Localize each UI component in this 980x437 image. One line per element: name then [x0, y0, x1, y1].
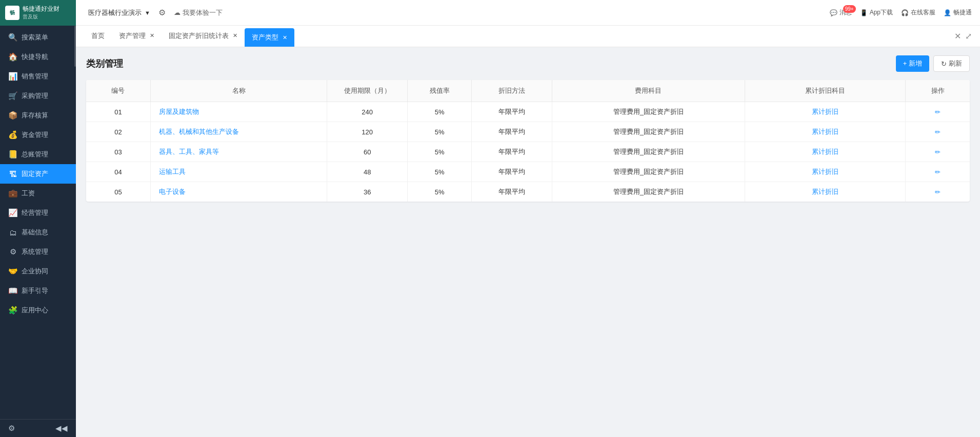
col-header-accum: 累计折旧科目: [745, 80, 905, 102]
chevron-down-icon: ▼: [145, 10, 150, 16]
cell-residual: 5%: [408, 102, 472, 122]
sidebar-item-ledger[interactable]: 📒 总账管理: [0, 145, 76, 164]
tab-depreciation[interactable]: 固定资产折旧统计表 ✕: [162, 26, 245, 47]
sidebar-item-search[interactable]: 🔍 搜索菜单: [0, 28, 76, 47]
avatar-icon: 👤: [944, 9, 951, 16]
sidebar-item-label: 采购管理: [22, 91, 48, 101]
sidebar-nav: 🔍 搜索菜单 🏠 快捷导航 📊 销售管理 🛒 采购管理 📦 库存核算 💰 资金管…: [0, 26, 76, 419]
cell-action[interactable]: ✏: [906, 182, 970, 202]
sidebar-item-label: 资金管理: [22, 130, 48, 140]
tab-asset-mgmt[interactable]: 资产管理 ✕: [112, 26, 162, 47]
settings-footer-icon[interactable]: ⚙: [8, 424, 15, 433]
sidebar-item-label: 系统管理: [22, 247, 48, 256]
sidebar: 畅 畅捷通好业财 普及版 🔍 搜索菜单 🏠 快捷导航 📊 销售管理 🛒 采购管理…: [0, 0, 76, 437]
refresh-icon: ↻: [941, 60, 947, 68]
col-header-no: 编号: [86, 80, 150, 102]
col-header-period: 使用期限（月）: [327, 80, 408, 102]
topbar-right: 💬 消息 99 📱 App下载 🎧 在线客服 👤 畅捷通: [830, 8, 972, 17]
building-icon: 🏗: [8, 170, 17, 178]
tab-asset-mgmt-close[interactable]: ✕: [150, 32, 154, 39]
logo-icon: 畅: [5, 6, 19, 20]
sidebar-footer: ⚙ ◀◀: [0, 419, 76, 437]
cell-name[interactable]: 房屋及建筑物: [150, 102, 327, 122]
sidebar-item-system[interactable]: ⚙ 系统管理: [0, 242, 76, 262]
tab-home-label: 首页: [91, 31, 105, 41]
cell-name[interactable]: 电子设备: [150, 182, 327, 202]
user-avatar[interactable]: 👤 畅捷通: [944, 8, 972, 17]
content-area: 类别管理 + 新增 ↻ 刷新 编号 名称 使用期限（月） 残值率: [76, 47, 980, 437]
maximize-tab-icon[interactable]: ⤢: [965, 31, 972, 41]
cell-accum: 累计折旧: [745, 182, 905, 202]
app-download-button[interactable]: 📱 App下载: [860, 8, 893, 17]
cell-no: 03: [86, 142, 150, 162]
sidebar-item-fixed[interactable]: 🏗 固定资产: [0, 164, 76, 184]
tab-asset-type-close[interactable]: ✕: [283, 34, 287, 41]
tab-depreciation-close[interactable]: ✕: [233, 32, 237, 39]
phone-icon: 📱: [860, 9, 868, 16]
sidebar-item-salary[interactable]: 💼 工资: [0, 184, 76, 203]
cell-name[interactable]: 器具、工具、家具等: [150, 142, 327, 162]
cell-method: 年限平均: [472, 182, 552, 202]
table-row: 04 运输工具 48 5% 年限平均 管理费用_固定资产折旧 累计折旧 ✏: [86, 162, 970, 182]
tabbar: 首页 资产管理 ✕ 固定资产折旧统计表 ✕ 资产类型 ✕ ✕ ⤢: [76, 26, 980, 47]
cell-period: 60: [327, 142, 408, 162]
cell-no: 04: [86, 162, 150, 182]
tab-asset-type[interactable]: 资产类型 ✕: [245, 28, 294, 47]
sidebar-item-capital[interactable]: 💰 资金管理: [0, 125, 76, 145]
sidebar-item-enterprise[interactable]: 🤝 企业协同: [0, 262, 76, 281]
sidebar-item-quicknav[interactable]: 🏠 快捷导航: [0, 47, 76, 67]
chart-icon: 📊: [8, 72, 17, 81]
online-service-button[interactable]: 🎧 在线客服: [901, 8, 935, 17]
col-header-residual: 残值率: [408, 80, 472, 102]
cell-name[interactable]: 运输工具: [150, 162, 327, 182]
tabbar-actions: ✕ ⤢: [954, 31, 972, 41]
sidebar-item-label: 库存核算: [22, 111, 48, 120]
cell-period: 48: [327, 162, 408, 182]
sidebar-item-sales[interactable]: 📊 销售管理: [0, 67, 76, 86]
sidebar-item-label: 总账管理: [22, 150, 48, 159]
sidebar-item-label: 快捷导航: [22, 52, 48, 62]
sidebar-logo: 畅 畅捷通好业财 普及版: [0, 0, 76, 26]
cell-expense: 管理费用_固定资产折旧: [552, 182, 745, 202]
cell-no: 01: [86, 102, 150, 122]
asset-type-table: 编号 名称 使用期限（月） 残值率 折旧方法 费用科目 累计折旧科目 操作 01: [86, 80, 970, 202]
new-button[interactable]: + 新增: [896, 55, 929, 72]
cart-icon: 🛒: [8, 91, 17, 101]
sidebar-item-basic[interactable]: 🗂 基础信息: [0, 223, 76, 242]
page-title: 类别管理: [86, 57, 123, 70]
cell-action[interactable]: ✏: [906, 122, 970, 142]
project-selector[interactable]: 医疗器械行业演示 ▼: [84, 6, 154, 19]
cloud-icon: ☁: [174, 9, 181, 16]
cell-name[interactable]: 机器、机械和其他生产设备: [150, 122, 327, 142]
sidebar-item-apps[interactable]: 🧩 应用中心: [0, 301, 76, 320]
cell-action[interactable]: ✏: [906, 142, 970, 162]
collapse-icon[interactable]: ◀◀: [55, 424, 68, 433]
logo-text: 畅捷通好业财: [23, 5, 59, 13]
refresh-button[interactable]: ↻ 刷新: [933, 55, 970, 72]
col-header-op: 操作: [906, 80, 970, 102]
cell-method: 年限平均: [472, 162, 552, 182]
cell-action[interactable]: ✏: [906, 102, 970, 122]
cell-expense: 管理费用_固定资产折旧: [552, 142, 745, 162]
close-tab-icon[interactable]: ✕: [954, 31, 961, 41]
headset-icon: 🎧: [901, 9, 909, 16]
sidebar-item-guide[interactable]: 📖 新手引导: [0, 281, 76, 301]
search-icon: 🔍: [8, 33, 17, 42]
sidebar-item-purchase[interactable]: 🛒 采购管理: [0, 86, 76, 106]
page-header: 类别管理 + 新增 ↻ 刷新: [86, 55, 970, 72]
sidebar-item-label: 工资: [22, 189, 35, 198]
messages-button[interactable]: 💬 消息 99: [830, 8, 852, 17]
folder-icon: 🗂: [8, 228, 17, 237]
sidebar-item-operation[interactable]: 📈 经营管理: [0, 203, 76, 223]
tab-home[interactable]: 首页: [84, 26, 112, 47]
cell-accum: 累计折旧: [745, 162, 905, 182]
sidebar-item-inventory[interactable]: 📦 库存核算: [0, 106, 76, 125]
cell-action[interactable]: ✏: [906, 162, 970, 182]
briefcase-icon: 💼: [8, 189, 17, 198]
sidebar-item-label: 经营管理: [22, 208, 48, 217]
settings-icon[interactable]: ⚙: [158, 8, 166, 17]
message-icon: 💬: [830, 9, 837, 16]
experience-button[interactable]: ☁ 我要体验一下: [174, 8, 223, 17]
box-icon: 📦: [8, 111, 17, 120]
table-container: 编号 名称 使用期限（月） 残值率 折旧方法 费用科目 累计折旧科目 操作 01: [86, 80, 970, 202]
